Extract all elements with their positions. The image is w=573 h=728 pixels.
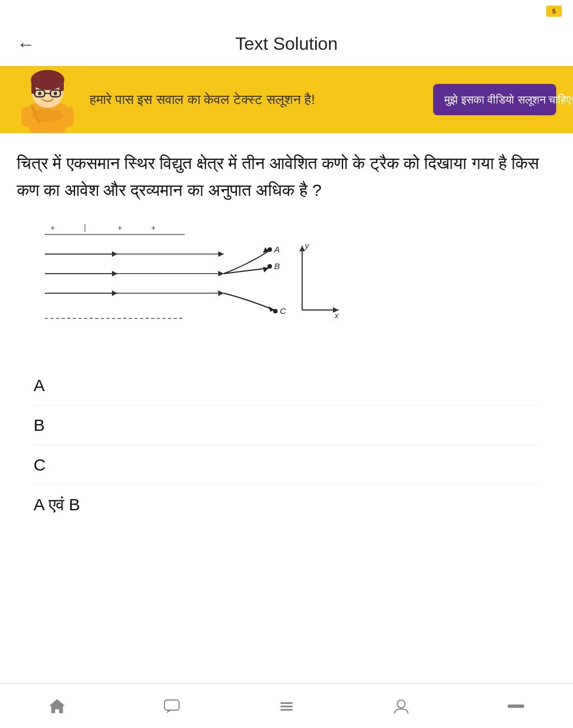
svg-text:|: |: [84, 223, 86, 232]
nav-menu[interactable]: [276, 696, 297, 716]
svg-text:y: y: [304, 241, 309, 250]
video-solution-button[interactable]: मुझे इसका वीडियो सलूशन चाहिए!: [433, 84, 556, 115]
more-icon: [506, 696, 526, 716]
header: ← Text Solution: [0, 22, 573, 66]
option-ab[interactable]: A एवं B: [34, 485, 539, 525]
svg-point-52: [397, 700, 405, 708]
svg-rect-53: [508, 704, 524, 708]
nav-chat[interactable]: [162, 696, 182, 716]
svg-marker-22: [218, 251, 224, 257]
svg-text:A: A: [274, 245, 280, 254]
svg-text:B: B: [274, 261, 280, 271]
avatar: [17, 69, 78, 130]
options-section: A B C A एवं B: [0, 360, 573, 530]
svg-text:x: x: [334, 311, 339, 320]
menu-icon: [276, 696, 297, 716]
svg-text:C: C: [280, 306, 286, 316]
svg-point-11: [38, 92, 41, 95]
svg-rect-1: [21, 107, 32, 126]
svg-point-40: [273, 309, 278, 313]
svg-point-14: [32, 109, 63, 122]
svg-point-12: [54, 92, 57, 95]
svg-text:+: +: [50, 223, 55, 232]
diagram-svg: + | + +: [28, 215, 341, 338]
banner-text: हमारे पास इस सवाल का केवल टेक्स्ट सलूशन …: [90, 90, 433, 110]
svg-text:+: +: [151, 223, 156, 232]
question-section: चित्र में एकसमान स्थिर विद्युत क्षेत्र म…: [0, 133, 573, 360]
banner: हमारे पास इस सवाल का केवल टेक्स्ट सलूशन …: [0, 66, 573, 133]
svg-marker-26: [218, 271, 224, 276]
svg-point-38: [267, 264, 272, 269]
chat-icon: [162, 696, 182, 716]
option-b[interactable]: B: [34, 406, 539, 445]
svg-marker-32: [112, 290, 118, 296]
option-c[interactable]: C: [34, 445, 539, 485]
profile-icon: [391, 696, 411, 716]
home-icon: [47, 696, 67, 716]
svg-rect-2: [63, 107, 74, 126]
nav-more[interactable]: [506, 696, 526, 716]
svg-rect-48: [165, 700, 179, 710]
svg-rect-49: [280, 702, 293, 704]
back-button[interactable]: ←: [17, 35, 35, 53]
svg-marker-28: [112, 271, 118, 276]
svg-marker-30: [218, 290, 224, 296]
status-icon: 5: [546, 6, 562, 17]
svg-marker-24: [112, 251, 118, 257]
nav-home[interactable]: [47, 696, 67, 716]
svg-rect-50: [280, 706, 293, 707]
diagram-container: + | + +: [28, 215, 545, 338]
status-bar: 5: [0, 0, 573, 22]
svg-marker-43: [299, 246, 305, 251]
svg-point-36: [267, 247, 272, 252]
nav-profile[interactable]: [391, 696, 411, 716]
bottom-nav: [0, 683, 573, 728]
svg-text:+: +: [118, 223, 122, 232]
page-title: Text Solution: [46, 34, 527, 54]
option-a[interactable]: A: [34, 366, 539, 406]
svg-rect-51: [280, 709, 293, 711]
svg-rect-7: [59, 80, 64, 91]
question-text: चित्र में एकसमान स्थिर विद्युत क्षेत्र म…: [17, 150, 556, 204]
